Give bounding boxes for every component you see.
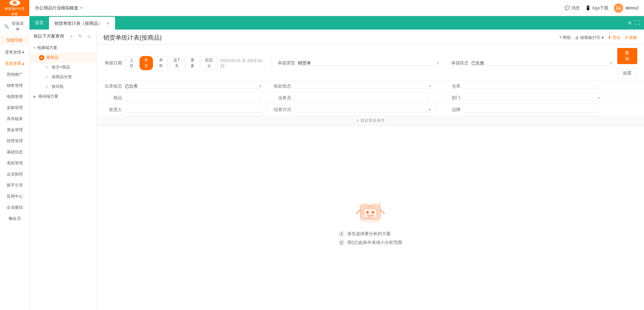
print-btn[interactable]: 🖨 按模板打印 ▾ (575, 35, 604, 41)
chevron-right-icon: ▶ (34, 95, 36, 98)
empty-step-2: 2 用[过滤]条件来缩小分析范围 (338, 240, 402, 246)
date-btn-last-month[interactable]: 上月 (125, 56, 138, 70)
tree-item-by-product[interactable]: ● 按商品 (30, 53, 96, 62)
brand-input[interactable] (463, 107, 596, 112)
left-panel-header: 按以下方案查询 + ✎ « (30, 30, 96, 43)
warehouse-dots[interactable]: ··· (596, 84, 600, 89)
sidebar-item-finance[interactable]: 资金管理 (0, 124, 29, 136)
date-btn-this-year[interactable]: 本年 (154, 56, 168, 70)
quick-nav[interactable]: 快捷导航 (0, 36, 29, 45)
product-filter: 商品 ··· (103, 95, 267, 101)
user-info[interactable]: Ea demo2 (614, 3, 639, 13)
sidebar-item-corp-wechat[interactable]: 企业微信 (0, 202, 29, 213)
messages-btn[interactable]: 💬 消息 (565, 5, 580, 11)
page-title: 销货单统计表(按商品) (103, 34, 162, 42)
receiver-filter: 收货人 ··· (103, 107, 267, 113)
product-input[interactable] (125, 95, 258, 100)
tree-group-mobile-header[interactable]: ▶ 移动端方案 (30, 92, 96, 101)
tab-close-all-btn[interactable]: ✕ (628, 20, 632, 26)
tree-sub-icon-cashier: ≡ (44, 84, 50, 90)
salesperson-filter: 业务员 ··· (272, 95, 436, 101)
brand-label: 品牌 (442, 107, 463, 113)
user-name: demo2 (625, 5, 639, 10)
salesperson-input[interactable] (294, 95, 427, 100)
sidebar-item-enterprise[interactable]: 企业协同 (0, 169, 29, 180)
doc-type-arrow[interactable]: ▾ (437, 61, 439, 65)
svg-point-6 (372, 212, 374, 213)
tab-sales-stat[interactable]: 销货单统计表（按商品） ✕ (49, 17, 115, 30)
sidebar-item-wholesale[interactable]: 批发管理 ▴ (0, 58, 29, 69)
app-download-btn[interactable]: 📱 App下载 (585, 5, 608, 11)
payment-status-input[interactable] (294, 84, 429, 89)
tab-expand-btn[interactable]: ⛶ (635, 20, 640, 26)
logo-sub: 标账 (11, 12, 18, 16)
sidebar-item-purchase[interactable]: 采购管理 (0, 102, 29, 113)
settings-button[interactable]: 设置 (617, 68, 637, 78)
receiver-label: 收货人 (103, 107, 125, 113)
settlement-arrow[interactable]: ▾ (429, 108, 431, 111)
warehouse-status-arrow[interactable]: ▾ (260, 84, 261, 88)
edit-scheme-btn[interactable]: ✎ (77, 33, 84, 40)
add-scheme-btn[interactable]: + (68, 33, 75, 40)
tree-item-by-month-product[interactable]: ≡ 按月+商品 (30, 62, 96, 72)
brand-dots[interactable]: ··· (596, 107, 600, 112)
sidebar-item-retail[interactable]: 零售管理 ▾ (0, 47, 29, 58)
warehouse-input[interactable] (463, 84, 596, 89)
warehouse-status-input[interactable] (125, 84, 260, 89)
empty-state: ✦ ✦ 1 请先选择要分析的方案 2 用[过滤]条件来缩小分析范围 (97, 126, 644, 310)
department-input[interactable] (463, 95, 598, 100)
tree-item-by-category[interactable]: ≡ 按商品分类 (30, 72, 96, 82)
tree-sub-icon-month: ≡ (44, 65, 50, 70)
tab-close-btn[interactable]: ✕ (106, 21, 110, 26)
warehouse-filter: 仓库 ··· (442, 83, 600, 89)
sidebar-item-apps[interactable]: 应用中心 (0, 191, 29, 202)
date-btn-custom[interactable]: 自定义 (201, 56, 218, 70)
sidebar-item-basic[interactable]: 基础信息 (0, 147, 29, 158)
query-button[interactable]: 查询 (617, 48, 637, 64)
sidebar-item-inventory[interactable]: 库存核算 (0, 113, 29, 124)
sidebar-item-ecommerce[interactable]: 电商管理 (0, 91, 29, 102)
tree-item-by-cashier[interactable]: ≡ 按司机 (30, 82, 96, 92)
industry-label: 办公用品行业模拟账套 (35, 5, 78, 11)
settlement-input[interactable] (294, 107, 429, 112)
tree-item-cashier-label: 按司机 (52, 84, 64, 90)
doc-status-arrow[interactable]: ▾ (610, 61, 612, 65)
search-menu-button[interactable]: 🔍 搜索菜单 (3, 19, 26, 34)
receiver-input[interactable] (125, 107, 258, 112)
date-btn-more[interactable]: 更多 (186, 56, 199, 70)
receiver-dots[interactable]: ··· (258, 107, 262, 112)
date-btn-last-7days[interactable]: 近7天 (169, 56, 184, 70)
page-header-actions: ? 帮助 🖨 按模板打印 ▾ ⬆ 导出 ↺ 刷新 (559, 35, 637, 41)
payment-status-arrow[interactable]: ▾ (429, 84, 431, 88)
department-arrow[interactable]: ▾ (598, 96, 600, 100)
collapse-panel-btn[interactable]: « (86, 33, 92, 40)
tree-item-category-label: 按商品分类 (52, 74, 72, 80)
doc-type-input[interactable] (298, 60, 437, 65)
sidebar-item-system[interactable]: 系统管理 (0, 158, 29, 169)
messages-icon: 💬 (565, 5, 570, 10)
doc-status-input[interactable] (471, 60, 610, 65)
date-buttons: 上月 本月 本年 近7天 更多 自定义 (125, 56, 218, 70)
salesperson-dots[interactable]: ··· (427, 95, 431, 101)
help-btn[interactable]: ? 帮助 (559, 35, 571, 41)
sidebar-item-member[interactable]: 畅会员 (0, 213, 29, 224)
sidebar-item-newcomer[interactable]: 新手引导 (0, 180, 29, 191)
date-label: 单据日期 (103, 60, 125, 66)
search-icon: 🔍 (4, 24, 9, 29)
export-icon: ⬆ (608, 35, 611, 40)
sidebar-item-marketing[interactable]: 营销推广 (0, 69, 29, 80)
tree-item-month-label: 按月+商品 (52, 64, 70, 70)
export-btn[interactable]: ⬆ 导出 (608, 35, 621, 41)
sidebar-item-sales[interactable]: 销售管理 (0, 80, 29, 91)
download-icon: 📱 (585, 5, 591, 10)
print-icon: 🖨 (575, 35, 579, 40)
app-logo[interactable]: 畅 畅捷通好生意 标账 (0, 0, 29, 16)
collapse-bar[interactable]: ∧ 收起更多条件 (97, 116, 644, 126)
sidebar-item-operations[interactable]: 经营管理 (0, 136, 29, 147)
refresh-btn[interactable]: ↺ 刷新 (625, 35, 637, 41)
date-btn-this-month[interactable]: 本月 (140, 56, 153, 70)
tree-group-desktop-header[interactable]: ▾ 电脑端方案 (30, 43, 96, 53)
tab-home[interactable]: 首页 (30, 16, 49, 30)
product-dots[interactable]: ··· (258, 95, 262, 101)
tree-group-desktop: ▾ 电脑端方案 ● 按商品 ≡ 按月+商品 ≡ 按商品分类 ≡ 按司机 (30, 43, 96, 92)
